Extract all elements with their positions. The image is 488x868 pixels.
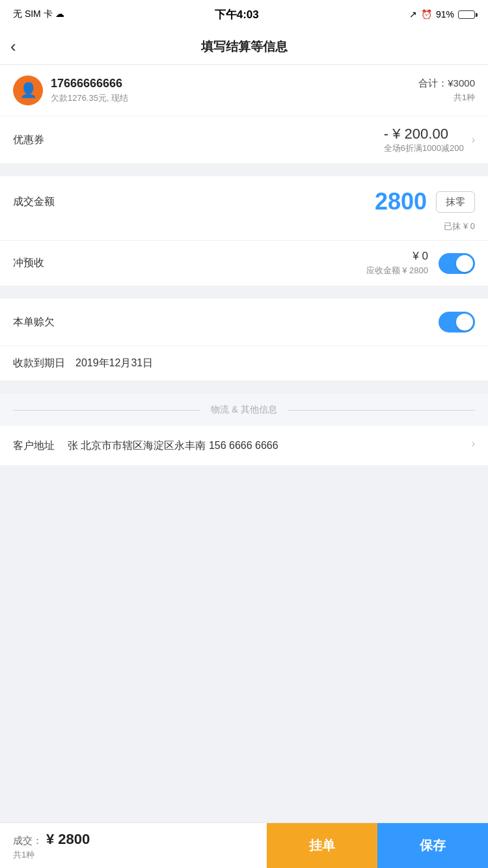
- logistics-line-left: [13, 410, 200, 411]
- logistics-text: 物流 & 其他信息: [211, 404, 277, 416]
- status-right: ↗ ⏰ 91%: [409, 9, 475, 20]
- credit-row: 本单赊欠: [0, 299, 488, 346]
- customer-right: 合计：¥3000 共1种: [418, 77, 475, 103]
- hold-button[interactable]: 挂单: [267, 823, 377, 869]
- prepaid-right: ¥ 0 应收金额 ¥ 2800: [366, 250, 475, 277]
- credit-toggle[interactable]: [439, 312, 475, 332]
- battery-icon: [458, 10, 475, 19]
- deal-sub: 已抹 ¥ 0: [0, 221, 488, 240]
- address-row[interactable]: 客户地址 张 北京市市辖区海淀区永丰南 156 6666 6666 ›: [0, 426, 488, 465]
- address-arrow-icon: ›: [472, 438, 475, 450]
- prepaid-row: 冲预收 ¥ 0 应收金额 ¥ 2800: [0, 240, 488, 286]
- separator-3: [0, 387, 488, 394]
- credit-section: 本单赊欠 收款到期日 2019年12月31日: [0, 299, 488, 381]
- prepaid-label: 冲预收: [13, 256, 44, 270]
- customer-info: 17666666666 欠款1276.35元, 现结: [51, 77, 128, 104]
- customer-row: 👤 17666666666 欠款1276.35元, 现结 合计：¥3000 共1…: [0, 65, 488, 116]
- save-button[interactable]: 保存: [377, 823, 488, 869]
- coupon-label: 优惠券: [13, 133, 44, 147]
- status-bar: 无 SIM 卡 ☁ 下午4:03 ↗ ⏰ 91%: [0, 0, 488, 29]
- logistics-header: 物流 & 其他信息: [0, 394, 488, 426]
- coupon-amount: - ¥ 200.00: [384, 126, 464, 142]
- duedate-value: 2019年12月31日: [75, 357, 153, 370]
- separator-2: [0, 292, 488, 299]
- avatar: 👤: [13, 75, 43, 105]
- bottom-spacer: [0, 511, 488, 556]
- address-section: 客户地址 张 北京市市辖区海淀区永丰南 156 6666 6666 ›: [0, 426, 488, 465]
- bottom-bar: 成交： ¥ 2800 共1种 挂单 保存: [0, 822, 488, 868]
- status-time: 下午4:03: [215, 7, 259, 22]
- bottom-summary: 成交： ¥ 2800 共1种: [0, 831, 267, 861]
- prepaid-info: ¥ 0 应收金额 ¥ 2800: [366, 250, 428, 277]
- direction-icon: ↗: [409, 9, 417, 20]
- separator-4: [0, 472, 488, 511]
- total-label: 合计：¥3000: [418, 77, 475, 90]
- customer-section: 👤 17666666666 欠款1276.35元, 现结 合计：¥3000 共1…: [0, 65, 488, 163]
- deal-label: 成交金额: [13, 195, 55, 209]
- logistics-line-right: [288, 410, 475, 411]
- coupon-right: - ¥ 200.00 全场6折满1000减200 ›: [384, 126, 475, 154]
- clock-icon: ⏰: [421, 9, 432, 20]
- prepaid-receivable: 应收金额 ¥ 2800: [366, 265, 428, 277]
- deal-row: 成交金额 2800 抹零: [0, 176, 488, 221]
- address-value: 张 北京市市辖区海淀区永丰南 156 6666 6666: [68, 438, 469, 454]
- deal-right: 2800 抹零: [375, 188, 475, 215]
- bottom-deal-line: 成交： ¥ 2800: [13, 831, 254, 848]
- deal-amount: 2800: [375, 188, 427, 215]
- battery-percent: 91%: [436, 9, 454, 20]
- bottom-deal-prefix: 成交：: [13, 835, 42, 847]
- status-left: 无 SIM 卡 ☁: [13, 8, 64, 20]
- coupon-arrow-icon: ›: [472, 134, 475, 146]
- customer-phone: 17666666666: [51, 77, 128, 90]
- duedate-row: 收款到期日 2019年12月31日: [0, 346, 488, 381]
- credit-label: 本单赊欠: [13, 316, 55, 329]
- customer-debt: 欠款1276.35元, 现结: [51, 92, 128, 104]
- back-button[interactable]: ‹: [10, 36, 39, 57]
- bottom-deal-val: ¥ 2800: [46, 831, 90, 848]
- page-title: 填写结算等信息: [39, 38, 449, 55]
- customer-left: 👤 17666666666 欠款1276.35元, 现结: [13, 75, 128, 105]
- prepaid-amount: ¥ 0: [366, 250, 428, 263]
- sim-text: 无 SIM 卡 ☁: [13, 8, 64, 20]
- total-kinds: 共1种: [418, 92, 475, 103]
- address-label: 客户地址: [13, 438, 55, 453]
- deal-section: 成交金额 2800 抹零 已抹 ¥ 0 冲预收 ¥ 0 应收金额 ¥ 2800: [0, 176, 488, 286]
- bottom-kinds: 共1种: [13, 849, 254, 861]
- duedate-label: 收款到期日: [13, 357, 65, 370]
- prepaid-toggle[interactable]: [439, 253, 475, 274]
- round-button[interactable]: 抹零: [436, 191, 475, 213]
- separator-1: [0, 170, 488, 176]
- nav-bar: ‹ 填写结算等信息: [0, 29, 488, 65]
- coupon-desc: 全场6折满1000减200: [384, 142, 464, 154]
- coupon-row[interactable]: 优惠券 - ¥ 200.00 全场6折满1000减200 ›: [0, 116, 488, 163]
